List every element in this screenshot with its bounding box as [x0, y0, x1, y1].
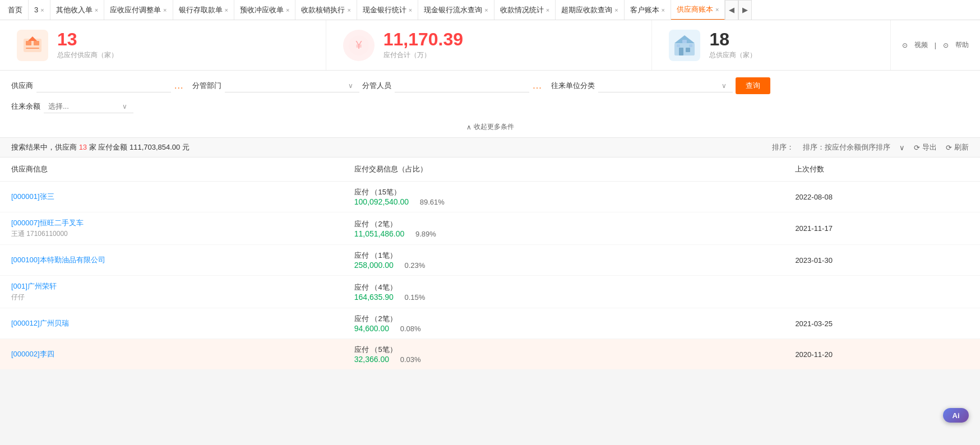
supplier-name-2: [000007]恒旺二手叉车 [11, 218, 332, 228]
supplier-sub-4: 仔仔 [11, 293, 332, 302]
nav-tab-customer-ledger[interactable]: 客户账本 × [625, 0, 671, 20]
supplier-input[interactable] [36, 79, 171, 92]
receipt-verify-close[interactable]: × [347, 7, 350, 13]
supplier-cell-1: [000001]张三 [0, 182, 343, 212]
cash-bank-stat-close[interactable]: × [409, 7, 412, 13]
supplier-link-5[interactable]: [000012]广州贝瑞 [11, 319, 69, 327]
transaction-cell-4: 应付 （4笔） 164,635.90 0.15% [343, 276, 784, 308]
nav-left-arrow[interactable]: ◀ [725, 0, 738, 20]
transaction-cell-6: 应付 （5笔） 32,366.00 0.03% [343, 339, 784, 370]
filter-row-2: 往来余额 ∨ [11, 100, 969, 113]
category-filter: 往来单位分类 ∨ [551, 79, 727, 92]
result-bar: 搜索结果中，供应商 13 家 应付金额 111,703,854.00 元 排序：… [0, 138, 980, 157]
stat3-text-group: 18 总供应商（家） [709, 30, 756, 60]
prepay-ar-close[interactable]: × [286, 7, 289, 13]
nav-tab-supplier-ledger[interactable]: 供应商账本 × [671, 0, 725, 20]
col-last-payment: 上次付数 [784, 157, 980, 182]
nav-tab-3[interactable]: 3 × [29, 0, 50, 20]
amount-6: 32,366.00 [354, 355, 389, 364]
percentage-5: 0.08% [400, 325, 421, 333]
collapse-button[interactable]: ∧ 收起更多条件 [11, 119, 969, 137]
tx-amount-row-3: 258,000.00 0.23% [354, 261, 773, 270]
overdue-query-label: 超期应收款查询 [561, 5, 612, 15]
tab3-label: 3 [34, 6, 38, 14]
refresh-icon: ⟳ [946, 143, 952, 152]
supplier-dots[interactable]: ... [174, 81, 183, 91]
supplier-link-3[interactable]: [000100]本特勤油品有限公司 [11, 256, 105, 264]
tx-info-6: 应付 （5笔） [354, 345, 773, 355]
tx-type-4: 应付 [354, 283, 369, 291]
nav-tab-prepay-ar[interactable]: 预收冲应收单 × [234, 0, 295, 20]
supplier-table: 供应商信息 应付交易信息（占比） 上次付数 [000001]张三 应付 （15笔… [0, 157, 980, 370]
header-row: 供应商信息 应付交易信息（占比） 上次付数 [0, 157, 980, 182]
table-body: [000001]张三 应付 （15笔） 100,092,540.00 89.61… [0, 182, 980, 370]
supplier-cell-4: [001]广州荣轩 仔仔 [0, 276, 343, 308]
sort-link[interactable]: 排序：按应付余额倒序排序 [803, 142, 890, 152]
filter-row-1: 供应商 ... 分管部门 ∨ 分管人员 ... 往来单位分类 ∨ 查询 [11, 77, 969, 94]
supplier-link-4[interactable]: [001]广州荣轩 [11, 282, 57, 290]
person-input[interactable] [395, 79, 529, 92]
supplier-filter-label: 供应商 [11, 81, 33, 91]
stat2-text-group: 11,170.39 应付合计（万） [383, 30, 463, 60]
table-row: [000001]张三 应付 （15笔） 100,092,540.00 89.61… [0, 182, 980, 212]
result-info: 搜索结果中，供应商 13 家 应付金额 111,703,854.00 元 [11, 142, 189, 152]
percentage-6: 0.03% [400, 355, 421, 364]
receipt-stat-label: 收款情况统计 [500, 5, 544, 15]
nav-tab-other-income[interactable]: 其他收入单 × [50, 0, 104, 20]
receipt-verify-label: 收款核销执行 [301, 5, 345, 15]
supplier-link-2[interactable]: [000007]恒旺二手叉车 [11, 219, 84, 227]
export-button[interactable]: ⟳ 导出 [914, 142, 937, 152]
nav-tab-ar-ap-adjust[interactable]: 应收应付调整单 × [104, 0, 173, 20]
search-button[interactable]: 查询 [736, 77, 770, 94]
tab3-close[interactable]: × [40, 7, 44, 13]
video-link[interactable]: 视频 [914, 40, 928, 50]
bank-deposit-close[interactable]: × [225, 7, 228, 13]
stat2-label: 应付合计（万） [383, 50, 463, 60]
last-payment-cell-2: 2021-11-17 [784, 212, 980, 245]
tx-amount-row-1: 100,092,540.00 89.61% [354, 197, 773, 206]
balance-input[interactable] [44, 100, 133, 113]
last-payment-date-6: 2020-11-20 [795, 350, 833, 359]
amount-5: 94,600.00 [354, 324, 389, 333]
nav-tab-cash-bank-stat[interactable]: 现金银行统计 × [357, 0, 418, 20]
nav-tab-receipt-verify[interactable]: 收款核销执行 × [295, 0, 357, 20]
tx-amount-row-2: 11,051,486.00 9.89% [354, 229, 773, 238]
help-link[interactable]: 帮助 [955, 40, 969, 50]
nav-tab-cash-flow-query[interactable]: 现金银行流水查询 × [418, 0, 494, 20]
ar-ap-adjust-label: 应收应付调整单 [110, 5, 161, 15]
tx-count-6: （5笔） [371, 345, 396, 354]
last-payment-cell-6: 2020-11-20 [784, 339, 980, 370]
nav-right-arrow[interactable]: ▶ [738, 0, 752, 20]
nav-tab-receipt-stat[interactable]: 收款情况统计 × [494, 0, 556, 20]
ar-ap-adjust-close[interactable]: × [163, 7, 167, 13]
stat1-label: 总应付供应商（家） [57, 50, 118, 60]
supplier-ledger-close[interactable]: × [715, 6, 719, 13]
nav-tab-overdue-query[interactable]: 超期应收款查询 × [556, 0, 624, 20]
category-input[interactable] [598, 79, 733, 92]
refresh-button[interactable]: ⟳ 刷新 [946, 142, 969, 152]
other-income-close[interactable]: × [95, 7, 98, 13]
tx-amount-row-5: 94,600.00 0.08% [354, 324, 773, 333]
sort-arrow-icon[interactable]: ∨ [899, 143, 905, 152]
dept-filter-label: 分管部门 [192, 81, 221, 91]
person-dots[interactable]: ... [533, 81, 542, 91]
transaction-cell-5: 应付 （2笔） 94,600.00 0.08% [343, 308, 784, 339]
nav-tab-bank-deposit[interactable]: 银行存取款单 × [173, 0, 234, 20]
supplier-name-4: [001]广州荣轩 [11, 281, 332, 291]
overdue-query-close[interactable]: × [614, 7, 618, 13]
dept-input[interactable] [225, 79, 359, 92]
table-row: [001]广州荣轩 仔仔 应付 （4笔） 164,635.90 0.15% [0, 276, 980, 308]
nav-tab-home[interactable]: 首页 [2, 0, 29, 20]
receipt-stat-close[interactable]: × [546, 7, 549, 13]
supplier-link-1[interactable]: [000001]张三 [11, 192, 54, 201]
top-navigation: 首页 3 × 其他收入单 × 应收应付调整单 × 银行存取款单 × 预收冲应收单… [0, 0, 980, 20]
tx-amount-row-4: 164,635.90 0.15% [354, 293, 773, 302]
tx-type-3: 应付 [354, 251, 369, 259]
supplier-link-6[interactable]: [000002]李四 [11, 350, 54, 358]
store-icon [669, 30, 700, 61]
percentage-4: 0.15% [405, 293, 426, 302]
result-info-suffix: 元 [182, 143, 189, 151]
cash-flow-query-close[interactable]: × [484, 7, 488, 13]
tx-count-3: （1笔） [371, 251, 396, 259]
customer-ledger-close[interactable]: × [662, 7, 665, 13]
